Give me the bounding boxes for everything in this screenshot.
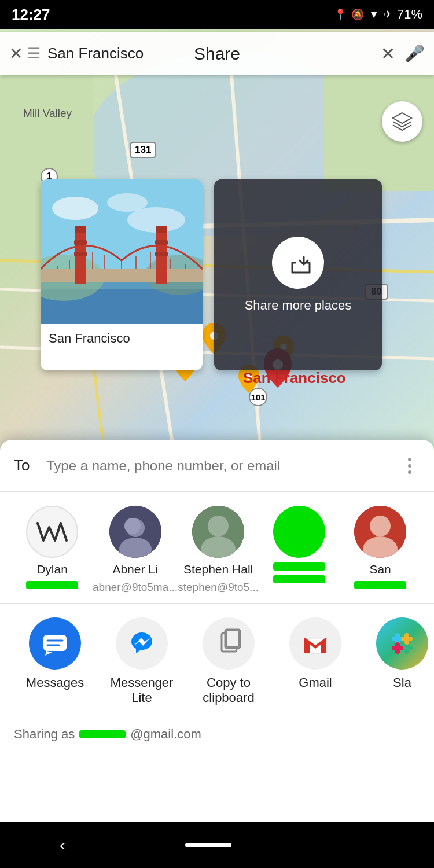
hamburger-lines-icon[interactable]: ☰ <box>27 45 41 62</box>
contact-email-abner: abner@9to5ma... <box>93 581 178 594</box>
share-sheet: To Dylan <box>0 440 434 868</box>
san-francisco-card[interactable]: San Francisco <box>41 179 203 370</box>
svg-rect-51 <box>43 635 67 651</box>
contacts-row: Dylan Abner Li abner@9to5ma... <box>0 506 434 594</box>
sharing-as-prefix: Sharing as <box>14 727 75 742</box>
app-messenger[interactable]: Messenger Lite <box>98 617 185 705</box>
search-bar-right: ✕ 🎤 <box>381 43 425 64</box>
apps-row: Messages Messenger Lite <box>0 617 434 705</box>
contact-dylan[interactable]: Dylan <box>12 506 93 594</box>
contact-highlight-dylan <box>26 581 78 589</box>
svg-point-16 <box>52 197 98 220</box>
contact-name-dylan: Dylan <box>36 562 68 576</box>
svg-rect-29 <box>74 252 87 256</box>
status-bar: 12:27 📍 🔕 ▼ ✈ 71% <box>0 0 434 29</box>
contact-highlight-green <box>273 562 325 571</box>
contact-email-stephen: stephen@9to5... <box>178 581 259 594</box>
app-gmail[interactable]: Gmail <box>272 617 359 705</box>
wifi-icon: ▼ <box>369 9 379 21</box>
svg-rect-28 <box>74 240 87 245</box>
app-name-messages: Messages <box>26 675 84 690</box>
layers-icon <box>391 110 414 133</box>
app-clipboard[interactable]: Copy to clipboard <box>185 617 272 705</box>
gmail-icon <box>289 617 341 670</box>
contact-san[interactable]: San <box>340 506 421 594</box>
contact-abner[interactable]: Abner Li abner@9to5ma... <box>93 506 178 594</box>
apps-section: Messages Messenger Lite <box>0 604 434 715</box>
contact-avatar-green <box>273 506 325 558</box>
messages-bubble-icon <box>41 629 69 658</box>
gmail-m-icon <box>300 628 332 660</box>
more-options-button[interactable] <box>399 455 420 476</box>
svg-rect-27 <box>156 226 167 233</box>
contact-highlight-san <box>354 581 406 589</box>
battery-indicator: 71% <box>397 7 422 22</box>
location-icon: 📍 <box>334 8 347 21</box>
three-dots-icon <box>408 458 411 474</box>
status-icons: 📍 🔕 ▼ ✈ 71% <box>334 7 422 22</box>
clear-search-icon[interactable]: ✕ <box>381 43 395 64</box>
abner-photo-icon <box>109 506 161 558</box>
svg-rect-68 <box>401 637 413 641</box>
svg-rect-66 <box>392 646 403 650</box>
svg-rect-23 <box>41 269 203 282</box>
map-layer-button[interactable] <box>382 101 422 142</box>
contact-name-stephen: Stephen Hall <box>183 562 253 576</box>
share-more-icon <box>284 248 312 277</box>
sf-map-label: San Francisco <box>243 369 346 387</box>
close-menu-icon[interactable]: ✕ <box>9 44 23 63</box>
slack-icon <box>376 617 428 670</box>
home-indicator[interactable] <box>185 843 231 847</box>
contact-avatar-abner <box>109 506 161 558</box>
road-101-shield: 101 <box>249 388 267 406</box>
svg-rect-57 <box>226 631 239 647</box>
back-button[interactable]: ‹ <box>60 835 65 855</box>
mill-valley-label: Mill Valley <box>23 107 72 120</box>
app-slack[interactable]: Sla <box>359 617 434 705</box>
sharing-as-suffix: @gmail.com <box>130 727 201 742</box>
road-131-shield: 131 <box>130 142 156 158</box>
to-field-row: To <box>0 440 434 492</box>
share-more-card[interactable]: Share more places <box>214 179 382 370</box>
svg-point-18 <box>107 193 148 212</box>
svg-point-60 <box>387 628 417 659</box>
messages-icon <box>29 617 81 670</box>
sharing-as-row: Sharing as @gmail.com <box>0 715 434 753</box>
search-bar: ✕ ☰ San Francisco Share ✕ 🎤 <box>0 32 434 75</box>
place-card-image <box>41 179 203 324</box>
contact-green[interactable] <box>259 506 340 594</box>
mic-icon[interactable]: 🎤 <box>404 44 425 63</box>
contact-name-abner: Abner Li <box>112 562 157 576</box>
svg-point-44 <box>124 518 141 534</box>
app-messages[interactable]: Messages <box>12 617 98 705</box>
svg-rect-31 <box>155 252 168 256</box>
svg-rect-30 <box>155 240 168 245</box>
to-label: To <box>14 457 37 475</box>
contact-avatar-san <box>354 506 406 558</box>
svg-rect-25 <box>75 226 86 233</box>
golden-gate-svg <box>41 179 203 324</box>
to-input[interactable] <box>46 458 399 474</box>
app-name-clipboard: Copy to clipboard <box>185 675 272 705</box>
contact-avatar-dylan <box>26 506 78 558</box>
status-time: 12:27 <box>12 6 50 24</box>
clipboard-icon <box>203 617 255 670</box>
mute-icon: 🔕 <box>351 8 364 21</box>
san-photo-icon <box>354 506 406 558</box>
place-card-name: San Francisco <box>41 324 203 353</box>
copy-clipboard-icon <box>214 628 244 659</box>
share-title: Share <box>194 44 240 64</box>
share-more-label: Share more places <box>236 298 361 313</box>
cards-row: San Francisco Share more places <box>41 179 382 370</box>
svg-point-46 <box>208 516 229 536</box>
contact-stephen[interactable]: Stephen Hall stephen@9to5... <box>178 506 259 594</box>
slack-logo-icon <box>387 628 417 659</box>
contact-email-highlight-green <box>273 575 325 583</box>
svg-point-49 <box>370 516 391 536</box>
airplane-icon: ✈ <box>384 8 392 21</box>
contact-name-san: San <box>369 562 391 576</box>
contact-avatar-stephen <box>192 506 244 558</box>
app-name-gmail: Gmail <box>299 675 332 690</box>
share-more-circle <box>272 237 324 289</box>
messenger-bolt-icon <box>126 628 158 660</box>
